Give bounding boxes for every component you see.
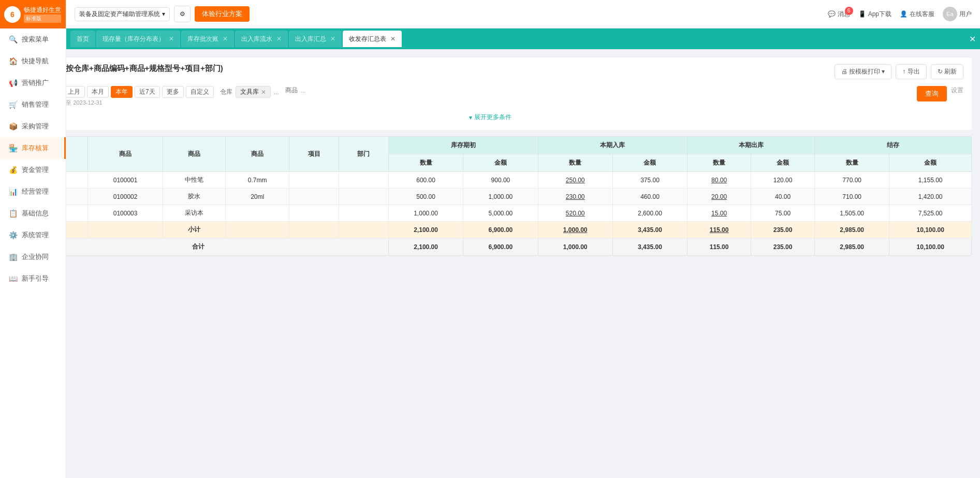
- top-header: 装备及固定资产辅助管理系统 ▾ ⚙ 体验行业方案 💬 消息 6 📱 App下载 …: [66, 0, 980, 28]
- print-arrow: ▾: [882, 68, 885, 75]
- sidebar-item-purchase[interactable]: 📦采购管理: [0, 115, 66, 137]
- sidebar-item-finance[interactable]: 💰资金管理: [0, 159, 66, 181]
- out-qty-link[interactable]: 115.00: [710, 226, 729, 234]
- row-spec: [226, 222, 289, 238]
- export-button[interactable]: ↑ 导出: [896, 64, 926, 79]
- tab-close-出入库汇总[interactable]: ✕: [330, 35, 335, 42]
- row-in-amt: 375.00: [612, 172, 687, 189]
- warehouse-tag: 文具库 ✕: [236, 86, 271, 98]
- row-out-amt: 40.00: [751, 189, 815, 205]
- col-in-qty: 数量: [538, 154, 612, 172]
- tab-首页[interactable]: 首页: [70, 31, 95, 47]
- out-qty-link[interactable]: 15.00: [711, 210, 727, 217]
- sidebar-item-enterprise[interactable]: 🏢企业协同: [0, 246, 66, 268]
- row-out-amt: 120.00: [751, 172, 815, 189]
- tab-bar-close[interactable]: ✕: [969, 34, 976, 44]
- settings-link[interactable]: 设置: [951, 86, 963, 95]
- row-out-qty[interactable]: 80.00: [688, 172, 751, 189]
- user-action[interactable]: Ea 用户: [943, 7, 972, 21]
- row-spec: 0.7mm: [226, 172, 289, 189]
- row-dept: [339, 222, 389, 238]
- row-out-qty[interactable]: 115.00: [688, 222, 751, 238]
- system-selector[interactable]: 装备及固定资产辅助管理系统 ▾: [75, 7, 170, 21]
- refresh-icon: ↻: [938, 68, 943, 75]
- goods-more[interactable]: ...: [301, 87, 306, 94]
- sidebar-icon-marketing: 📢: [8, 79, 18, 87]
- sidebar-item-sales[interactable]: 🛒销售管理: [0, 94, 66, 115]
- table-container: ⚙ 仓库 商品 商品 商品 项目 部门 库存期初 本期入库 本期出库 结存 数量…: [8, 136, 972, 256]
- message-action[interactable]: 💬 消息 6: [828, 10, 850, 19]
- sidebar-item-quick-nav[interactable]: 🏠快捷导航: [0, 50, 66, 72]
- tab-label: 出入库汇总: [295, 35, 326, 44]
- service-icon: 👤: [900, 10, 908, 18]
- tab-出入库汇总[interactable]: 出入库汇总✕: [289, 31, 342, 47]
- in-qty-link[interactable]: 1,000.00: [563, 226, 588, 234]
- warehouse-more[interactable]: ...: [274, 89, 279, 96]
- sidebar-item-inventory[interactable]: 🏪库存核算: [0, 137, 66, 159]
- tab-库存批次账[interactable]: 库存批次账✕: [181, 31, 234, 47]
- query-button[interactable]: 查询: [917, 86, 947, 102]
- row-in-qty[interactable]: 250.00: [538, 172, 612, 189]
- col-project-header: 项目: [289, 137, 339, 172]
- row-out-qty[interactable]: 15.00: [688, 205, 751, 222]
- tab-label: 首页: [77, 35, 89, 44]
- row-in-qty[interactable]: 230.00: [538, 189, 612, 205]
- app-download-action[interactable]: 📱 App下载: [858, 10, 891, 19]
- out-qty-link[interactable]: 20.00: [711, 193, 727, 200]
- out-qty-link[interactable]: 80.00: [711, 177, 727, 184]
- tab-close-收发存汇总表[interactable]: ✕: [390, 35, 396, 42]
- tab-close-库存批次账[interactable]: ✕: [223, 35, 228, 42]
- row-in-amt: 460.00: [612, 189, 687, 205]
- date-btn-本月[interactable]: 本月: [87, 86, 109, 98]
- refresh-button[interactable]: ↻ 刷新: [931, 64, 963, 79]
- online-service-action[interactable]: 👤 在线客服: [900, 10, 934, 19]
- col-opening-qty: 数量: [388, 154, 463, 172]
- row-code: [88, 222, 163, 238]
- header-right: 💬 消息 6 📱 App下载 👤 在线客服 Ea 用户: [828, 7, 972, 21]
- sidebar-item-basic[interactable]: 📋基础信息: [0, 202, 66, 224]
- tab-close-出入库流水[interactable]: ✕: [276, 35, 282, 42]
- table-row: 文具库 小计 2,100.00 6,900.00 1,000.00 3,435.…: [9, 222, 972, 238]
- date-btn-上月[interactable]: 上月: [63, 86, 85, 98]
- tab-label: 库存批次账: [187, 35, 218, 44]
- row-opening-qty: 2,100.00: [388, 222, 463, 238]
- date-btn-自定义[interactable]: 自定义: [186, 86, 214, 98]
- tab-现存量（库存分布表）[interactable]: 现存量（库存分布表）✕: [96, 31, 180, 47]
- header-settings-btn[interactable]: ⚙: [174, 6, 191, 22]
- row-dept: [339, 205, 389, 222]
- sidebar-item-marketing[interactable]: 📢营销推广: [0, 72, 66, 94]
- trial-button[interactable]: 体验行业方案: [195, 6, 250, 22]
- row-name: 采访本: [163, 205, 225, 222]
- tab-bar: 首页现存量（库存分布表）✕库存批次账✕出入库流水✕出入库汇总✕收发存汇总表✕✕: [66, 28, 980, 49]
- sidebar-label-business: 经营管理: [22, 187, 49, 196]
- sidebar-item-system[interactable]: ⚙️系统管理: [0, 224, 66, 246]
- row-dept: [339, 189, 389, 205]
- system-title: 装备及固定资产辅助管理系统: [79, 10, 160, 19]
- filter-warehouse-section: 仓库 文具库 ✕ ...: [220, 86, 279, 98]
- tab-收发存汇总表[interactable]: 收发存汇总表✕: [343, 31, 402, 47]
- sidebar-item-guide[interactable]: 📖新手引导: [0, 268, 66, 289]
- col-dept-header: 部门: [339, 137, 389, 172]
- sidebar-item-search[interactable]: 🔍搜索菜单: [0, 28, 66, 50]
- date-btn-更多[interactable]: 更多: [162, 86, 184, 98]
- in-qty-link[interactable]: 230.00: [566, 193, 585, 200]
- col-code-header: 商品: [88, 137, 163, 172]
- in-qty-link[interactable]: 520.00: [566, 210, 585, 217]
- expand-more-btn[interactable]: ▾ 展开更多条件: [469, 113, 511, 122]
- row-in-qty[interactable]: 1,000.00: [538, 222, 612, 238]
- tab-label: 现存量（库存分布表）: [103, 35, 165, 44]
- tab-close-现存量（库存分布表）[interactable]: ✕: [169, 35, 174, 42]
- row-opening-qty: 500.00: [388, 189, 463, 205]
- warehouse-tag-close[interactable]: ✕: [261, 89, 266, 96]
- row-opening-qty: 600.00: [388, 172, 463, 189]
- date-btn-本年[interactable]: 本年: [111, 86, 133, 98]
- tab-出入库流水[interactable]: 出入库流水✕: [235, 31, 288, 47]
- row-out-qty[interactable]: 20.00: [688, 189, 751, 205]
- sidebar-item-business[interactable]: 📊经营管理: [0, 181, 66, 202]
- message-badge: 6: [845, 7, 853, 15]
- row-in-qty[interactable]: 520.00: [538, 205, 612, 222]
- in-qty-link[interactable]: 250.00: [566, 177, 585, 184]
- row-name: 胶水: [163, 189, 225, 205]
- date-btn-近7天[interactable]: 近7天: [135, 86, 160, 98]
- print-button[interactable]: 🖨 按模板打印 ▾: [835, 64, 892, 79]
